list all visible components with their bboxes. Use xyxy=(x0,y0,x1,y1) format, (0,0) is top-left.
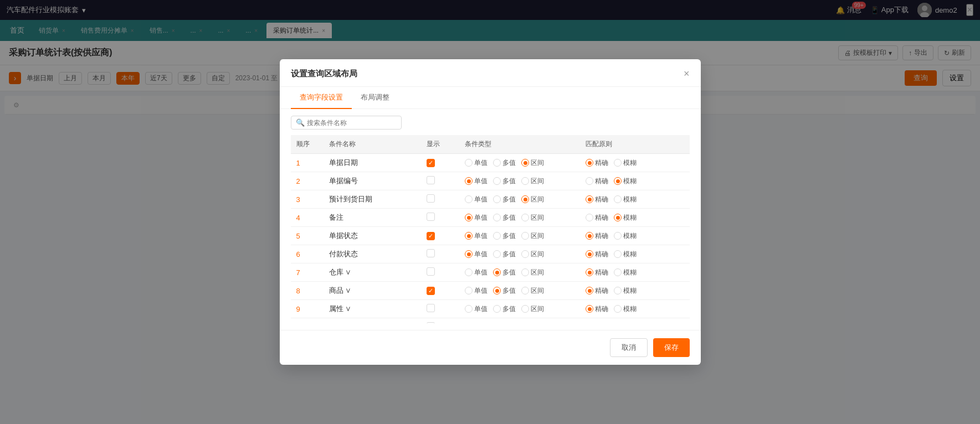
tab-layout-adjust-label: 布局调整 xyxy=(361,93,389,101)
tab-layout-adjust[interactable]: 布局调整 xyxy=(352,87,398,109)
tab-field-settings-label: 查询字段设置 xyxy=(300,93,343,101)
modal-header: 设置查询区域布局 × xyxy=(280,59,701,87)
modal-body: 🔍 顺序 条件名称 显示 条件类型 匹配原则 xyxy=(280,109,701,119)
modal-close-button[interactable]: × xyxy=(684,68,690,80)
tab-field-settings[interactable]: 查询字段设置 xyxy=(291,87,352,109)
search-box: 🔍 xyxy=(291,116,402,119)
search-icon: 🔍 xyxy=(296,118,305,119)
modal-overlay: 设置查询区域布局 × 查询字段设置 布局调整 🔍 xyxy=(0,0,980,119)
modal-tabs: 查询字段设置 布局调整 xyxy=(280,87,701,109)
search-input[interactable] xyxy=(307,119,397,120)
modal-dialog: 设置查询区域布局 × 查询字段设置 布局调整 🔍 xyxy=(280,59,701,119)
modal-title: 设置查询区域布局 xyxy=(291,69,357,79)
